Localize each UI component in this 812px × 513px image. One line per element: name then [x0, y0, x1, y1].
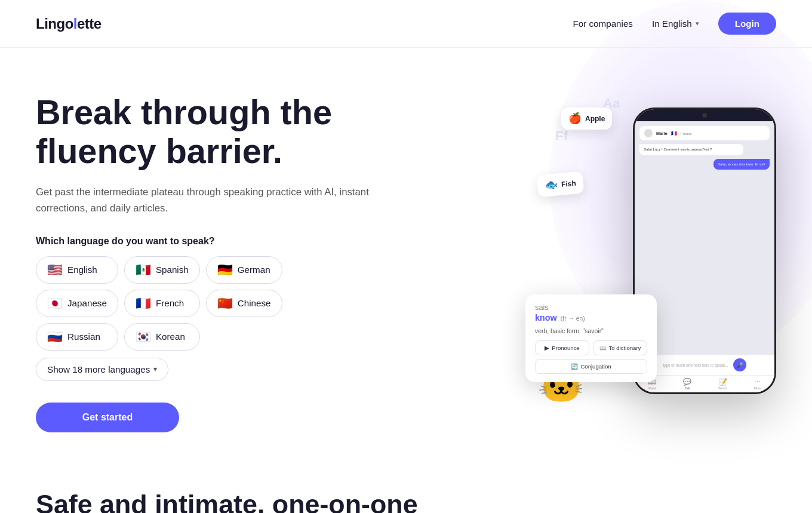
dict-action-row-1: ▶ Pronounce 📖 To dictionary — [535, 340, 647, 355]
mic-hint: type or touch and hold here to speak... — [663, 363, 728, 367]
logo[interactable]: Lingolette — [36, 16, 102, 32]
phone-tab-talk[interactable]: 💬 Talk — [683, 378, 691, 390]
chat-avatar — [644, 129, 653, 137]
fish-emoji: 🐟 — [544, 178, 558, 192]
lang-label-korean: Korean — [156, 331, 185, 342]
words-icon: 📝 — [719, 378, 727, 386]
get-started-button[interactable]: Get started — [36, 403, 179, 432]
show-more-languages-button[interactable]: Show 18 more languages ▾ — [36, 358, 168, 381]
phone-tab-talk-label: Talk — [685, 386, 690, 390]
chat-name: Marie — [656, 131, 668, 136]
lang-label-french: French — [156, 298, 184, 308]
lang-btn-korean[interactable]: 🇰🇷 Korean — [124, 323, 200, 351]
dict-pronounce-button[interactable]: ▶ Pronounce — [535, 340, 589, 355]
chevron-down-icon: ▾ — [153, 365, 157, 373]
flashcard-apple: 🍎 Apple — [561, 107, 612, 130]
lang-btn-chinese[interactable]: 🇨🇳 Chinese — [206, 290, 282, 317]
logo-text: Lingolette — [36, 16, 102, 32]
lang-label-spanish: Spanish — [156, 265, 189, 275]
phone-tab-words[interactable]: 📝 Words — [718, 378, 727, 390]
play-icon: ▶ — [545, 345, 549, 351]
flashcard-fish-label: Fish — [561, 179, 576, 188]
floating-letter-ff: Ff — [555, 128, 568, 144]
chat-bubble-sent: Salut, je vais très bien. Et toi? — [713, 159, 770, 170]
flashcard-fish: 🐟 Fish — [537, 171, 585, 198]
language-selector-label: In English — [652, 19, 692, 29]
hero-right: Aa Ff Li 🍎 Apple 🐱 Letty 🐟 Fish — [525, 96, 776, 430]
flag-english: 🇺🇸 — [47, 263, 63, 277]
flag-spanish: 🇲🇽 — [136, 263, 151, 277]
lang-label-chinese: Chinese — [238, 298, 271, 308]
lang-btn-german[interactable]: 🇩🇪 German — [206, 256, 282, 284]
chevron-down-icon: ▾ — [696, 20, 699, 27]
phone-tab-more-label: More — [754, 386, 761, 390]
language-grid: 🇺🇸 English 🇲🇽 Spanish 🇩🇪 German 🇯🇵 Japan… — [36, 256, 282, 351]
dict-translation: know — [535, 313, 557, 322]
lang-label-english: English — [67, 265, 97, 275]
for-companies-link[interactable]: For companies — [573, 19, 633, 29]
lang-btn-japanese[interactable]: 🇯🇵 Japanese — [36, 290, 118, 317]
lang-btn-spanish[interactable]: 🇲🇽 Spanish — [124, 256, 200, 284]
dict-actions: ▶ Pronounce 📖 To dictionary 🔄 Conjugatio… — [535, 340, 647, 374]
dict-conjugation-button[interactable]: 🔄 Conjugation — [535, 359, 647, 374]
hero-subtitle: Get past the intermediate plateau throug… — [36, 185, 382, 217]
phone-tab-more[interactable]: ⋯ More — [754, 378, 761, 390]
chat-country: France — [681, 131, 692, 136]
lang-label-german: German — [238, 265, 270, 275]
hero-section: Break through the fluency barrier. Get p… — [0, 48, 812, 466]
conjugation-icon: 🔄 — [571, 363, 578, 370]
lang-btn-french[interactable]: 🇫🇷 French — [124, 290, 200, 317]
apple-emoji: 🍎 — [568, 112, 582, 125]
flag-chinese: 🇨🇳 — [217, 296, 233, 311]
dict-dictionary-button[interactable]: 📖 To dictionary — [593, 340, 647, 355]
phone-status-bar — [635, 109, 774, 121]
mic-button[interactable]: 🎤 — [733, 358, 746, 371]
bottom-teaser: Safe and intimate, one-on-one — [0, 466, 812, 513]
lang-label-russian: Russian — [67, 331, 100, 342]
dict-meta: (fr → en) — [561, 315, 585, 322]
talk-icon: 💬 — [683, 378, 691, 386]
flag-french: 🇫🇷 — [136, 296, 151, 311]
chat-bubble-received: Salut Lucy ! Comment vas-tu aujourd'hui … — [639, 144, 743, 155]
dict-source-word: sais — [535, 303, 647, 312]
flag-german: 🇩🇪 — [217, 263, 233, 277]
login-button[interactable]: Login — [718, 13, 776, 35]
chat-header: Marie 🇫🇷 France — [639, 126, 770, 140]
lang-btn-russian[interactable]: 🇷🇺 Russian — [36, 323, 118, 351]
flashcard-apple-label: Apple — [585, 115, 605, 123]
lang-label-japanese: Japanese — [67, 298, 107, 308]
nav-right: For companies In English ▾ Login — [573, 13, 776, 35]
phone-tab-words-label: Words — [718, 386, 727, 390]
phone-tab-read-label: Read — [648, 386, 656, 390]
book-icon: 📖 — [599, 345, 607, 351]
which-language-label: Which language do you want to speak? — [36, 236, 382, 247]
navbar: Lingolette For companies In English ▾ Lo… — [0, 0, 812, 48]
phone-bottom-bar: 📖 Read 💬 Talk 📝 Words ⋯ More — [635, 375, 774, 392]
hero-left: Break through the fluency barrier. Get p… — [36, 93, 382, 432]
flag-korean: 🇰🇷 — [136, 330, 151, 344]
hero-title: Break through the fluency barrier. — [36, 93, 382, 170]
chat-flag: 🇫🇷 — [671, 131, 677, 136]
show-more-label: Show 18 more languages — [47, 364, 150, 374]
dict-verb-info: verb, basic form: "savoir" — [535, 328, 647, 334]
dictionary-card: sais know (fr → en) verb, basic form: "s… — [525, 294, 657, 382]
flag-russian: 🇷🇺 — [47, 330, 63, 344]
flag-japanese: 🇯🇵 — [47, 296, 63, 311]
lang-btn-english[interactable]: 🇺🇸 English — [36, 256, 118, 284]
more-icon: ⋯ — [754, 378, 761, 386]
phone-camera — [702, 113, 707, 118]
language-selector[interactable]: In English ▾ — [652, 19, 699, 29]
